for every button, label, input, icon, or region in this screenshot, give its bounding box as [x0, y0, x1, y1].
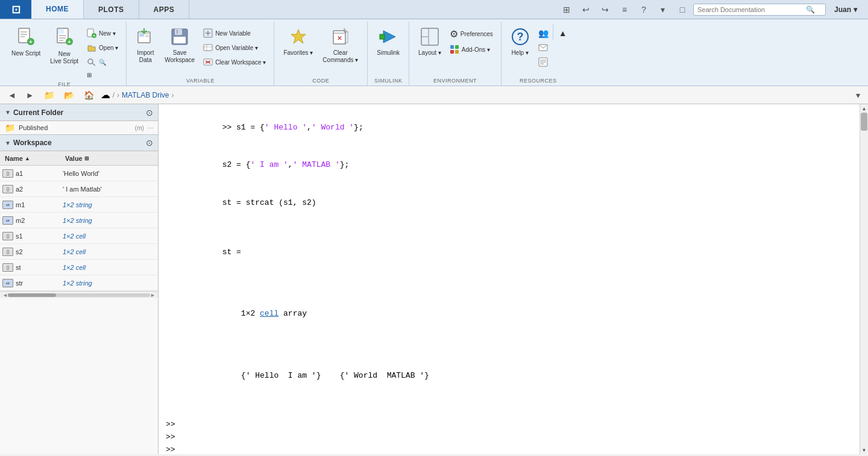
- path-sep3: ›: [172, 91, 174, 99]
- new-live-script-label: NewLive Script: [50, 51, 78, 65]
- tab-home[interactable]: HOME: [31, 0, 84, 19]
- var-value-a2: ' I am Matlab': [60, 186, 158, 193]
- cmd-line-cell-array: 1×2 cell array: [166, 296, 852, 333]
- scroll-down-arrow[interactable]: ▼: [860, 446, 868, 454]
- preferences-icon: ⚙: [450, 28, 458, 40]
- minimize-ribbon-button[interactable]: ▲: [556, 27, 570, 40]
- browse-button[interactable]: 📂: [61, 89, 77, 102]
- breadcrumb: ☁ / › MATLAB Drive ›: [101, 89, 174, 101]
- scroll-left-arrow[interactable]: ◄: [2, 292, 8, 298]
- new-variable-button[interactable]: New Variable: [200, 27, 269, 40]
- save-workspace-button[interactable]: SaveWorkspace: [160, 24, 199, 67]
- import-data-button[interactable]: ImportData: [131, 24, 159, 67]
- var-value-s1: 1×2 cell: [60, 233, 158, 240]
- cell-link[interactable]: cell: [260, 309, 278, 318]
- toggle-btn[interactable]: ≡: [616, 1, 633, 18]
- workspace-options[interactable]: ⊙: [146, 138, 153, 148]
- help-button[interactable]: ? Help ▾: [506, 24, 534, 60]
- simulink-icon: [379, 27, 398, 48]
- save-workspace-icon: [170, 27, 189, 48]
- favorites-button[interactable]: Favorites ▾: [279, 24, 317, 60]
- community-button[interactable]: 👥: [535, 27, 552, 40]
- simulink-group-label: SIMULINK: [373, 77, 404, 86]
- clear-commands-button[interactable]: ✕ ClearCommands ▾: [318, 24, 362, 67]
- svg-rect-25: [177, 30, 178, 34]
- col-value-header: Value ⊞: [60, 155, 158, 162]
- simulink-label: Simulink: [377, 49, 400, 57]
- workspace-row-a1[interactable]: {}a1'Hello World': [0, 166, 158, 181]
- find-files-button[interactable]: 🔍: [84, 55, 121, 69]
- redo-btn[interactable]: ↪: [597, 1, 614, 18]
- published-folder-item[interactable]: 📁 Published (m) ···: [0, 121, 158, 134]
- right-scrollbar[interactable]: ▲ ▼: [860, 104, 868, 454]
- var-value-st: 1×2 cell: [60, 264, 158, 271]
- workspace-row-m1[interactable]: strm11×2 string: [0, 197, 158, 213]
- forward-button[interactable]: ►: [23, 89, 37, 102]
- workspace-row-str[interactable]: strstr1×2 string: [0, 275, 158, 291]
- new-live-script-button[interactable]: + NewLive Script: [46, 24, 83, 68]
- community-icon: 👥: [538, 28, 549, 38]
- workspace-row-a2[interactable]: {}a2' I am Matlab': [0, 181, 158, 197]
- new-script-button[interactable]: + New Script: [7, 24, 45, 60]
- open-button[interactable]: Open ▾: [84, 41, 121, 54]
- up-button[interactable]: 📁: [41, 89, 57, 102]
- published-folder-dots[interactable]: ···: [148, 124, 153, 131]
- var-name-st: st: [16, 264, 60, 271]
- address-dropdown[interactable]: ▾: [853, 89, 863, 102]
- workspace-row-s1[interactable]: {}s11×2 cell: [0, 228, 158, 244]
- save-workspace-label: SaveWorkspace: [165, 49, 195, 64]
- current-folder-header: ▼ Current Folder ⊙: [0, 104, 158, 121]
- search-documentation-box[interactable]: 🔍: [693, 4, 826, 16]
- scroll-thumb[interactable]: [861, 113, 867, 131]
- svg-rect-44: [450, 45, 454, 49]
- svg-marker-39: [383, 31, 395, 43]
- workspace-row-st[interactable]: {}st1×2 cell: [0, 260, 158, 275]
- var-value-str: 1×2 string: [60, 280, 158, 287]
- new-button[interactable]: + New ▾: [84, 27, 121, 40]
- new-script-icon: +: [16, 27, 36, 49]
- import-data-label: ImportData: [137, 49, 154, 64]
- user-menu[interactable]: Juan ▾: [828, 5, 863, 14]
- learn-matlab-button[interactable]: [535, 55, 552, 69]
- col-name-header: Name ▲: [0, 155, 60, 162]
- open-variable-button[interactable]: Open Variable ▾: [200, 41, 269, 54]
- menu-btn[interactable]: ▾: [655, 1, 671, 18]
- preferences-button[interactable]: ⚙ Preferences: [447, 27, 496, 42]
- scroll-track[interactable]: [860, 113, 868, 446]
- clear-workspace-button[interactable]: Clear Workspace ▾: [200, 55, 269, 69]
- svg-rect-24: [174, 37, 186, 43]
- search-documentation-input[interactable]: [697, 6, 806, 13]
- var-icon-st: {}: [0, 263, 16, 272]
- scroll-right-arrow[interactable]: ►: [150, 292, 156, 298]
- back-button[interactable]: ◄: [5, 89, 19, 102]
- workspace-row-m2[interactable]: strm21×2 string: [0, 213, 158, 228]
- cmd-line-output-st: st =: [166, 234, 852, 271]
- new-script-label: New Script: [11, 50, 40, 57]
- scrollbar-track[interactable]: [8, 293, 150, 297]
- quick-access-btn1[interactable]: ⊞: [558, 1, 575, 18]
- tab-plots[interactable]: PLOTS: [84, 0, 139, 19]
- request-support-button[interactable]: [535, 41, 552, 54]
- var-name-s1: s1: [16, 233, 60, 240]
- new-live-script-icon: +: [55, 27, 74, 49]
- help-label: Help ▾: [512, 49, 529, 57]
- scroll-up-arrow[interactable]: ▲: [860, 104, 868, 113]
- horizontal-scrollbar[interactable]: ◄ ►: [0, 291, 158, 298]
- workspace-row-s2[interactable]: {}s21×2 cell: [0, 244, 158, 260]
- home-button[interactable]: 🏠: [81, 89, 97, 102]
- settings-btn[interactable]: □: [674, 1, 691, 18]
- ribbon-group-resources: ? Help ▾ 👥: [502, 22, 575, 86]
- scrollbar-thumb[interactable]: [8, 293, 56, 297]
- command-window[interactable]: >> s1 = {' Hello ',' World '}; s2 = {' I…: [159, 104, 860, 454]
- tab-apps[interactable]: APPS: [139, 0, 190, 19]
- undo-btn[interactable]: ↩: [577, 1, 594, 18]
- add-ons-button[interactable]: Add-Ons ▾: [447, 43, 496, 56]
- current-folder-options[interactable]: ⊙: [146, 108, 153, 117]
- compare-button[interactable]: ⊞: [84, 70, 121, 80]
- layout-button[interactable]: Layout ▾: [414, 24, 445, 60]
- matlab-drive-link[interactable]: MATLAB Drive: [122, 91, 169, 99]
- help-btn[interactable]: ?: [635, 1, 652, 18]
- command-window-content[interactable]: >> s1 = {' Hello ',' World '}; s2 = {' I…: [159, 104, 860, 454]
- simulink-button[interactable]: Simulink: [373, 24, 404, 60]
- minimize-ribbon-icon: ▲: [559, 28, 567, 38]
